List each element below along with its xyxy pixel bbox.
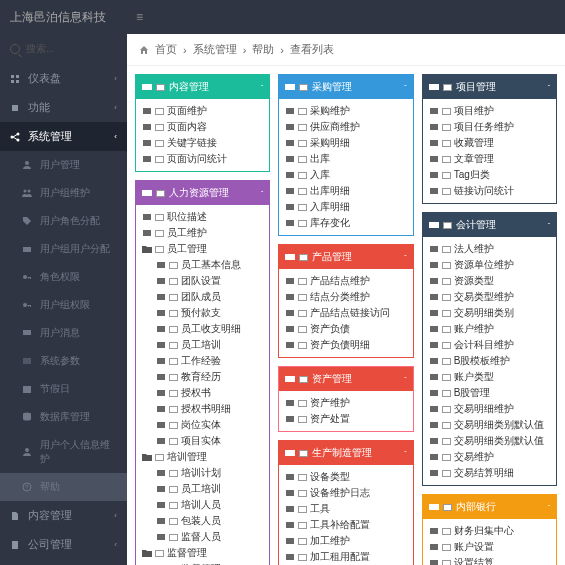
sidebar-item[interactable]: 会员管理‹ <box>0 559 127 565</box>
card-header[interactable]: 会计管理ˇ <box>423 213 556 237</box>
checkbox[interactable] <box>298 188 307 195</box>
card-header[interactable]: 生产制造管理ˇ <box>279 441 412 465</box>
search-input[interactable]: 搜索... <box>0 34 127 64</box>
card-item[interactable]: 交易明细类别默认值 <box>429 433 550 449</box>
sidebar-item[interactable]: 用户角色分配 <box>0 207 127 235</box>
card-item[interactable]: 职位描述 <box>142 209 263 225</box>
checkbox[interactable] <box>155 550 164 557</box>
checkbox[interactable] <box>442 406 451 413</box>
card-item[interactable]: 授权书明细 <box>142 401 263 417</box>
card-item[interactable]: 包装人员 <box>142 513 263 529</box>
checkbox[interactable] <box>442 390 451 397</box>
card-item[interactable]: 页面维护 <box>142 103 263 119</box>
chevron-down-icon[interactable]: ˇ <box>404 84 406 91</box>
card-item[interactable]: 设备维护日志 <box>285 485 406 501</box>
card-item[interactable]: 教育经历 <box>142 369 263 385</box>
chevron-down-icon[interactable]: ˇ <box>548 84 550 91</box>
card-item[interactable]: 监督人员 <box>142 529 263 545</box>
checkbox[interactable] <box>442 246 451 253</box>
card-header[interactable]: 资产管理ˇ <box>279 367 412 391</box>
sidebar-item[interactable]: 角色权限 <box>0 263 127 291</box>
card-header[interactable]: 内部银行ˇ <box>423 495 556 519</box>
checkbox[interactable] <box>442 454 451 461</box>
card-item[interactable]: 链接访问统计 <box>429 183 550 199</box>
checkbox[interactable] <box>299 376 308 383</box>
card-item[interactable]: 账户类型 <box>429 369 550 385</box>
checkbox[interactable] <box>442 560 451 566</box>
card-item[interactable]: 资产负债明细 <box>285 337 406 353</box>
card-item[interactable]: 资产处置 <box>285 411 406 427</box>
checkbox[interactable] <box>298 326 307 333</box>
chevron-down-icon[interactable]: ˇ <box>404 450 406 457</box>
checkbox[interactable] <box>298 172 307 179</box>
card-item[interactable]: 员工收支明细 <box>142 321 263 337</box>
checkbox[interactable] <box>156 84 165 91</box>
sidebar-item[interactable]: 用户组维护 <box>0 179 127 207</box>
card-item[interactable]: B股模板维护 <box>429 353 550 369</box>
card-item[interactable]: 产品结点链接访问 <box>285 305 406 321</box>
checkbox[interactable] <box>442 188 451 195</box>
card-item[interactable]: 团队设置 <box>142 273 263 289</box>
card-item[interactable]: 员工管理 <box>142 241 263 257</box>
card-item[interactable]: 出库 <box>285 151 406 167</box>
card-item[interactable]: 工作经验 <box>142 353 263 369</box>
checkbox[interactable] <box>169 406 178 413</box>
checkbox[interactable] <box>442 374 451 381</box>
card-item[interactable]: 项目实体 <box>142 433 263 449</box>
card-item[interactable]: 培训人员 <box>142 497 263 513</box>
card-item[interactable]: 页面访问统计 <box>142 151 263 167</box>
checkbox[interactable] <box>442 294 451 301</box>
sidebar-item[interactable]: 功能‹ <box>0 93 127 122</box>
checkbox[interactable] <box>169 358 178 365</box>
checkbox[interactable] <box>442 140 451 147</box>
checkbox[interactable] <box>169 390 178 397</box>
card-item[interactable]: 交易明细维护 <box>429 401 550 417</box>
checkbox[interactable] <box>155 214 164 221</box>
checkbox[interactable] <box>299 450 308 457</box>
card-item[interactable]: 供应商维护 <box>285 119 406 135</box>
checkbox[interactable] <box>169 438 178 445</box>
checkbox[interactable] <box>169 470 178 477</box>
checkbox[interactable] <box>155 124 164 131</box>
checkbox[interactable] <box>298 278 307 285</box>
checkbox[interactable] <box>298 554 307 561</box>
card-item[interactable]: 设置结算 <box>429 555 550 565</box>
card-item[interactable]: 预付款支 <box>142 305 263 321</box>
checkbox[interactable] <box>442 124 451 131</box>
card-item[interactable]: 工具补给配置 <box>285 517 406 533</box>
card-item[interactable]: 入库 <box>285 167 406 183</box>
sidebar-item[interactable]: 用户个人信息维护 <box>0 431 127 473</box>
checkbox[interactable] <box>155 230 164 237</box>
chevron-down-icon[interactable]: ˇ <box>261 84 263 91</box>
card-item[interactable]: 交易明细类别默认值 <box>429 417 550 433</box>
card-item[interactable]: 采购明细 <box>285 135 406 151</box>
sidebar-item[interactable]: 公司管理‹ <box>0 530 127 559</box>
checkbox[interactable] <box>443 222 452 229</box>
card-item[interactable]: 项目任务维护 <box>429 119 550 135</box>
card-item[interactable]: B股管理 <box>429 385 550 401</box>
checkbox[interactable] <box>169 326 178 333</box>
checkbox[interactable] <box>442 310 451 317</box>
sidebar-item[interactable]: 系统参数 <box>0 347 127 375</box>
checkbox[interactable] <box>169 262 178 269</box>
card-item[interactable]: 资源类型 <box>429 273 550 289</box>
checkbox[interactable] <box>169 502 178 509</box>
sidebar-item[interactable]: 用户组用户分配 <box>0 235 127 263</box>
checkbox[interactable] <box>169 310 178 317</box>
card-item[interactable]: Tag归类 <box>429 167 550 183</box>
checkbox[interactable] <box>298 140 307 147</box>
card-item[interactable]: 岗位实体 <box>142 417 263 433</box>
card-item[interactable]: 监督管理 <box>142 545 263 561</box>
checkbox[interactable] <box>442 358 451 365</box>
checkbox[interactable] <box>298 294 307 301</box>
chevron-down-icon[interactable]: ˇ <box>404 254 406 261</box>
checkbox[interactable] <box>298 538 307 545</box>
card-item[interactable]: 员工培训 <box>142 337 263 353</box>
sidebar-item[interactable]: 数据库管理 <box>0 403 127 431</box>
card-item[interactable]: 培训管理 <box>142 449 263 465</box>
card-item[interactable]: 交易类型维护 <box>429 289 550 305</box>
card-item[interactable]: 文章管理 <box>429 151 550 167</box>
card-item[interactable]: 交易明细类别 <box>429 305 550 321</box>
checkbox[interactable] <box>299 254 308 261</box>
sidebar-item[interactable]: 节假日 <box>0 375 127 403</box>
